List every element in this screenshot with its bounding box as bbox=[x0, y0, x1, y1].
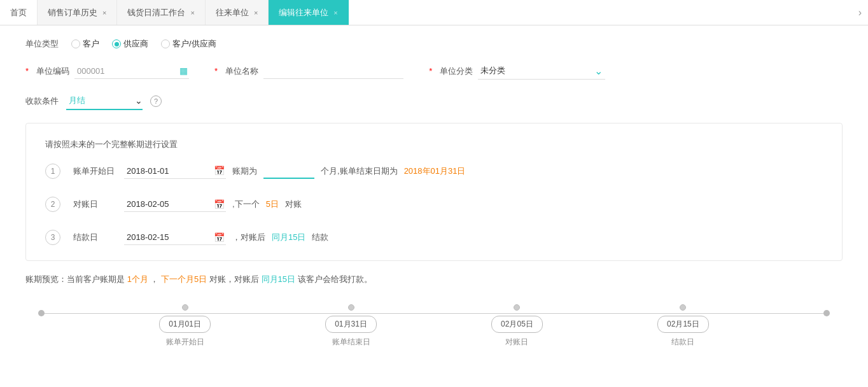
date-input-wrapper-3: 📅 bbox=[124, 230, 226, 245]
tl-badge-4: 02月15日 bbox=[657, 316, 709, 333]
setting-num-2: 2 bbox=[45, 197, 60, 212]
payment-row: 收款条件 月结 ⌄ ? bbox=[25, 92, 843, 110]
tl-label-4: 结款日 bbox=[671, 337, 694, 348]
calendar-icon-3[interactable]: 📅 bbox=[213, 231, 226, 244]
code-field-group: * 单位编码 ▦ bbox=[25, 64, 189, 79]
code-name-category-row: * 单位编码 ▦ * 单位名称 河南供应商22 * 单位分类 未分类 ⌄ bbox=[25, 62, 843, 80]
tab-home[interactable]: 首页 bbox=[0, 0, 38, 25]
tl-dot-4 bbox=[680, 304, 686, 311]
setting-label-1: 账单开始日 bbox=[73, 165, 124, 177]
period-label: 账期为 bbox=[232, 165, 257, 177]
code-label: 单位编码 bbox=[36, 66, 69, 77]
setting-label-2: 对账日 bbox=[73, 199, 124, 210]
tab-edit-unit-close[interactable]: × bbox=[333, 9, 337, 17]
tl-label-1: 账单开始日 bbox=[166, 337, 204, 348]
preview-comma1: ， bbox=[150, 274, 158, 284]
timeline-node-1: 01月01日 账单开始日 bbox=[159, 304, 211, 348]
tl-dot-1 bbox=[182, 304, 188, 311]
tl-label-3: 对账日 bbox=[505, 337, 528, 348]
timeline-node-3: 02月05日 对账日 bbox=[491, 304, 543, 348]
tl-badge-3: 02月05日 bbox=[491, 316, 543, 333]
code-icon[interactable]: ▦ bbox=[178, 64, 189, 77]
radio-supplier[interactable]: 供应商 bbox=[112, 38, 148, 50]
radio-supplier-label: 供应商 bbox=[123, 38, 148, 50]
name-label: 单位名称 bbox=[225, 66, 258, 77]
category-field-group: * 单位分类 未分类 ⌄ bbox=[429, 62, 605, 80]
preview-part1: 1个月 bbox=[127, 274, 148, 284]
calendar-icon-2[interactable]: 📅 bbox=[213, 198, 226, 211]
preview-part3: 同月15日 bbox=[262, 274, 295, 284]
date-input-3[interactable] bbox=[124, 230, 213, 244]
preview-end: 该客户会给我打款。 bbox=[298, 274, 372, 284]
setting-input-group-3: 📅 ，对账后 同月15日 结款 bbox=[124, 230, 328, 245]
radio-customer-label: 客户 bbox=[83, 38, 99, 50]
payment-value: 月结 bbox=[66, 92, 135, 109]
required-star-code: * bbox=[25, 66, 29, 76]
required-star-name: * bbox=[214, 66, 218, 76]
settings-box: 请按照未来的一个完整帐期进行设置 1 账单开始日 📅 账期为 1 个月,账单结束… bbox=[25, 123, 843, 261]
setting-row-3: 3 结款日 📅 ，对账后 同月15日 结款 bbox=[45, 230, 823, 245]
tab-edit-unit-label: 编辑往来单位 bbox=[279, 7, 328, 18]
payment-day: 同月15日 bbox=[272, 232, 305, 243]
setting-label-3: 结款日 bbox=[73, 232, 124, 243]
radio-customer-supplier[interactable]: 客户/供应商 bbox=[161, 38, 216, 50]
timeline-end bbox=[823, 304, 830, 316]
main-content: 单位类型 客户 供应商 客户/供应商 * 单位编码 ▦ bbox=[0, 25, 868, 387]
period-end-date: 2018年01月31日 bbox=[404, 165, 466, 177]
name-input[interactable]: 河南供应商22 bbox=[263, 64, 403, 79]
category-label: 单位分类 bbox=[440, 66, 473, 77]
category-select[interactable]: 未分类 ⌄ bbox=[478, 62, 605, 80]
tab-sales-history-label: 销售订单历史 bbox=[48, 7, 97, 18]
tl-dot-3 bbox=[514, 304, 520, 311]
setting-row-1: 1 账单开始日 📅 账期为 1 个月,账单结束日期为 2018年01月31日 bbox=[45, 163, 823, 179]
date-input-wrapper-2: 📅 bbox=[124, 197, 226, 212]
period-input[interactable]: 1 bbox=[263, 163, 314, 179]
tab-home-label: 首页 bbox=[10, 7, 27, 18]
setting-row-2: 2 对账日 📅 ,下一个 5日 对账 bbox=[45, 197, 823, 212]
timeline-end-dot bbox=[823, 310, 830, 316]
payment-select[interactable]: 月结 ⌄ bbox=[66, 92, 143, 110]
timeline-start-dot bbox=[38, 310, 45, 316]
unit-type-row: 单位类型 客户 供应商 客户/供应商 bbox=[25, 38, 843, 50]
setting-num-1: 1 bbox=[45, 164, 60, 179]
tl-badge-2: 01月31日 bbox=[325, 316, 377, 333]
payment-prefix: ，对账后 bbox=[232, 232, 265, 243]
setting-input-group-2: 📅 ,下一个 5日 对账 bbox=[124, 197, 302, 212]
tab-cash-work-close[interactable]: × bbox=[190, 9, 194, 17]
date-input-2[interactable] bbox=[124, 197, 213, 211]
category-dropdown-arrow: ⌄ bbox=[592, 64, 605, 78]
help-icon[interactable]: ? bbox=[150, 95, 162, 107]
date-input-wrapper-1: 📅 bbox=[124, 164, 226, 179]
code-input-wrapper: ▦ bbox=[74, 64, 189, 79]
tab-sales-history-close[interactable]: × bbox=[102, 9, 106, 17]
tab-cash-work[interactable]: 钱货日清工作台 × bbox=[117, 0, 205, 25]
unit-type-radio-group: 客户 供应商 客户/供应商 bbox=[71, 38, 216, 50]
category-value: 未分类 bbox=[478, 62, 592, 79]
preview-mid: 对账，对账后 bbox=[209, 274, 259, 284]
reconcile-day: 5日 bbox=[266, 199, 279, 210]
payment-label: 收款条件 bbox=[25, 95, 59, 107]
tab-sales-history[interactable]: 销售订单历史 × bbox=[38, 0, 117, 25]
calendar-icon-1[interactable]: 📅 bbox=[213, 164, 226, 177]
radio-customer-supplier-circle bbox=[161, 39, 170, 48]
date-input-1[interactable] bbox=[124, 164, 213, 178]
radio-customer-circle bbox=[71, 39, 80, 48]
tab-edit-unit[interactable]: 编辑往来单位 × bbox=[269, 0, 348, 25]
unit-type-label: 单位类型 bbox=[25, 38, 59, 50]
radio-supplier-circle bbox=[112, 39, 121, 48]
preview-section: 账期预览：当前客户账期是 1个月 ， 下一个月5日 对账，对账后 同月15日 该… bbox=[25, 274, 843, 360]
radio-customer[interactable]: 客户 bbox=[71, 38, 99, 50]
payment-dropdown-arrow: ⌄ bbox=[135, 95, 143, 106]
settings-title: 请按照未来的一个完整帐期进行设置 bbox=[45, 139, 823, 150]
tl-label-2: 账单结束日 bbox=[332, 337, 370, 348]
tl-dot-2 bbox=[348, 304, 354, 311]
period-suffix: 个月,账单结束日期为 bbox=[321, 165, 398, 177]
tab-units-close[interactable]: × bbox=[254, 9, 258, 17]
timeline-start bbox=[38, 304, 45, 316]
tl-badge-1: 01月01日 bbox=[159, 316, 211, 333]
tab-units[interactable]: 往来单位 × bbox=[206, 0, 269, 25]
tab-more-arrow[interactable]: › bbox=[852, 0, 868, 25]
payment-suffix: 结款 bbox=[312, 232, 328, 243]
code-input[interactable] bbox=[74, 64, 178, 78]
setting-input-group-1: 📅 账期为 1 个月,账单结束日期为 2018年01月31日 bbox=[124, 163, 465, 179]
